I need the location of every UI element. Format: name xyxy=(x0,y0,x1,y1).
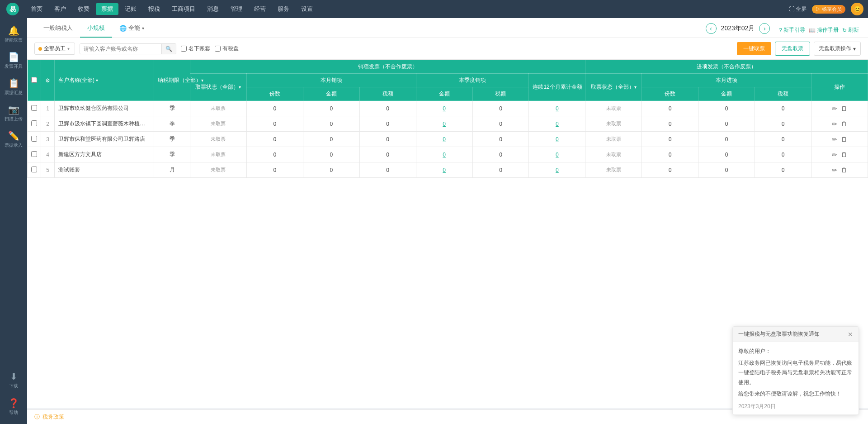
edit-icon[interactable]: ✏ xyxy=(832,120,837,128)
sidebar-item-智能取票[interactable]: 🔔智能取票 xyxy=(2,23,25,47)
th-gear: ⚙ xyxy=(41,60,55,101)
next-month-button[interactable]: › xyxy=(759,23,770,34)
sidebar-item-扫描上传[interactable]: 📷扫描上传 xyxy=(2,101,25,126)
row-checkbox[interactable] xyxy=(31,105,37,111)
notif-greeting: 尊敬的用户： xyxy=(738,347,853,357)
detail-icon[interactable]: 🗒 xyxy=(841,120,847,128)
th-tax-period[interactable]: 纳税期限（全部）▾ xyxy=(154,60,190,101)
th-out-quarter-tax: 税额 xyxy=(472,87,529,101)
sidebar-bottom-item-帮助[interactable]: ❓帮助 xyxy=(2,395,25,419)
search-box: 🔍 xyxy=(80,43,176,54)
manual-button[interactable]: 📖 操作手册 xyxy=(809,26,839,34)
nav-item-工商项目[interactable]: 工商项目 xyxy=(166,3,201,15)
row-checkbox-cell xyxy=(28,132,41,147)
detail-icon[interactable]: 🗒 xyxy=(841,151,847,158)
gear-icon[interactable]: ⚙ xyxy=(45,77,50,84)
nav-item-票据[interactable]: 票据 xyxy=(96,3,118,15)
select-all-checkbox[interactable] xyxy=(31,77,37,83)
tax-disk-checkbox[interactable] xyxy=(215,46,221,52)
sidebar-item-票据汇总[interactable]: 📋票据汇总 xyxy=(2,75,25,100)
month-in-amount-cell: 0 xyxy=(698,162,755,178)
prev-month-button[interactable]: ‹ xyxy=(706,23,717,34)
tab-small-scale[interactable]: 小规模 xyxy=(80,19,112,38)
tab-all[interactable]: 🌐 全能 ▾ xyxy=(112,19,151,38)
notif-body: 尊敬的用户： 江苏政务网已恢复访问电子税务局功能，易代账一键登陆电子税务局与无盘… xyxy=(733,342,859,414)
nav-item-收费[interactable]: 收费 xyxy=(72,3,95,15)
detail-icon[interactable]: 🗒 xyxy=(841,167,847,174)
sidebar-bottom-icon: ❓ xyxy=(8,399,19,408)
th-client-name[interactable]: 客户名称(全部) ▾ xyxy=(55,60,154,101)
notif-close-button[interactable]: ✕ xyxy=(848,331,853,338)
row-num: 5 xyxy=(41,162,55,178)
row-checkbox-cell xyxy=(28,116,41,132)
my-accounts-checkbox[interactable] xyxy=(181,46,187,52)
nav-item-设置[interactable]: 设置 xyxy=(296,3,318,15)
vip-badge[interactable]: ▷ 畅享会员 xyxy=(812,5,845,14)
top-nav-right: ⛶ 全屏 ▷ 畅享会员 😊 xyxy=(789,3,863,15)
client-name-cell: 新建区方方文具店 xyxy=(55,147,154,162)
app-logo: 易 xyxy=(5,1,21,17)
row-checkbox-cell xyxy=(28,101,41,116)
tax-period-cell: 季 xyxy=(154,101,190,116)
info-icon: ⓘ xyxy=(34,413,40,421)
edit-icon[interactable]: ✏ xyxy=(832,105,837,112)
edit-icon[interactable]: ✏ xyxy=(832,151,837,158)
diskless-fetch-button[interactable]: 无盘取票 xyxy=(775,42,810,56)
detail-icon[interactable]: 🗒 xyxy=(841,136,847,143)
quarter-out-amount-cell: 0 xyxy=(416,162,472,178)
quarter-out-tax-cell: 0 xyxy=(472,147,529,162)
detail-icon[interactable]: 🗒 xyxy=(841,105,847,112)
tax-policy-link[interactable]: 税务政策 xyxy=(42,413,64,421)
nav-item-管理[interactable]: 管理 xyxy=(225,3,248,15)
top-nav-items: 首页客户收费票据记账报税工商项目消息管理经营服务设置 xyxy=(25,3,789,15)
row-checkbox[interactable] xyxy=(31,151,37,157)
fullscreen-button[interactable]: ⛶ 全屏 xyxy=(789,5,807,13)
user-avatar[interactable]: 😊 xyxy=(851,3,863,15)
sidebar-bottom-icon: ⬇ xyxy=(10,372,18,381)
edit-icon[interactable]: ✏ xyxy=(832,167,837,174)
one-click-fetch-button[interactable]: 一键取票 xyxy=(737,42,771,55)
nav-item-消息[interactable]: 消息 xyxy=(202,3,224,15)
quarter-out-amount-cell: 0 xyxy=(416,101,472,116)
nav-item-经营[interactable]: 经营 xyxy=(249,3,271,15)
toolbar: 全部员工 ▾ 🔍 名下账套 有税盘 一键取票 无盘取票 无盘取票操作 ▾ xyxy=(27,38,868,60)
tax-disk-checkbox-label[interactable]: 有税盘 xyxy=(215,45,239,52)
month-in-count-cell: 0 xyxy=(642,101,698,116)
month-in-amount-cell: 0 xyxy=(698,116,755,132)
new-guide-button[interactable]: ? 新手引导 xyxy=(779,26,805,34)
edit-icon[interactable]: ✏ xyxy=(832,136,837,143)
search-input[interactable] xyxy=(80,44,161,54)
diskless-fetch-ops-button[interactable]: 无盘取票操作 ▾ xyxy=(814,42,861,56)
th-checkbox xyxy=(28,60,41,101)
nav-item-报税[interactable]: 报税 xyxy=(143,3,165,15)
search-button[interactable]: 🔍 xyxy=(161,44,176,54)
nav-item-记账[interactable]: 记账 xyxy=(119,3,142,15)
row-checkbox[interactable] xyxy=(31,167,37,172)
employee-select[interactable]: 全部员工 ▾ xyxy=(34,43,75,55)
sidebar-bottom-item-下载[interactable]: ⬇下载 xyxy=(2,368,25,393)
month-out-tax-cell: 0 xyxy=(359,132,416,147)
table-row: 3 卫辉市保和堂医药有限公司卫辉路店 季 未取票 0 0 0 0 0 0 未取票… xyxy=(28,132,868,147)
row-num: 4 xyxy=(41,147,55,162)
th-month-out: 本月销项 xyxy=(246,74,416,87)
client-name-cell: 测试账套 xyxy=(55,162,154,178)
sidebar-item-发票开具[interactable]: 📄发票开具 xyxy=(2,49,25,73)
tab-general-taxpayer[interactable]: 一般纳税人 xyxy=(36,19,80,38)
table-row: 1 卫辉市玖玖健合医药有限公司 季 未取票 0 0 0 0 0 0 未取票 0 … xyxy=(28,101,868,116)
row-checkbox-cell xyxy=(28,162,41,178)
top-nav: 易 首页客户收费票据记账报税工商项目消息管理经营服务设置 ⛶ 全屏 ▷ 畅享会员… xyxy=(0,0,868,18)
my-accounts-checkbox-label[interactable]: 名下账套 xyxy=(181,45,210,52)
refresh-button[interactable]: ↻ 刷新 xyxy=(842,26,859,34)
sidebar-item-票据录入[interactable]: ✏️票据录入 xyxy=(2,128,25,152)
row-checkbox[interactable] xyxy=(31,120,37,126)
sidebar: 🔔智能取票📄发票开具📋票据汇总📷扫描上传✏️票据录入⬇下载❓帮助 xyxy=(0,18,27,424)
refresh-icon: ↻ xyxy=(842,27,847,33)
sidebar-icon: 📋 xyxy=(8,79,19,88)
quarter-out-tax-cell: 0 xyxy=(472,101,529,116)
quarter-out-tax-cell: 0 xyxy=(472,162,529,178)
nav-item-服务[interactable]: 服务 xyxy=(272,3,295,15)
th-in-status[interactable]: 取票状态（全部）▾ xyxy=(585,74,642,101)
nav-item-客户[interactable]: 客户 xyxy=(49,3,71,15)
row-checkbox[interactable] xyxy=(31,136,37,142)
nav-item-首页[interactable]: 首页 xyxy=(25,3,48,15)
